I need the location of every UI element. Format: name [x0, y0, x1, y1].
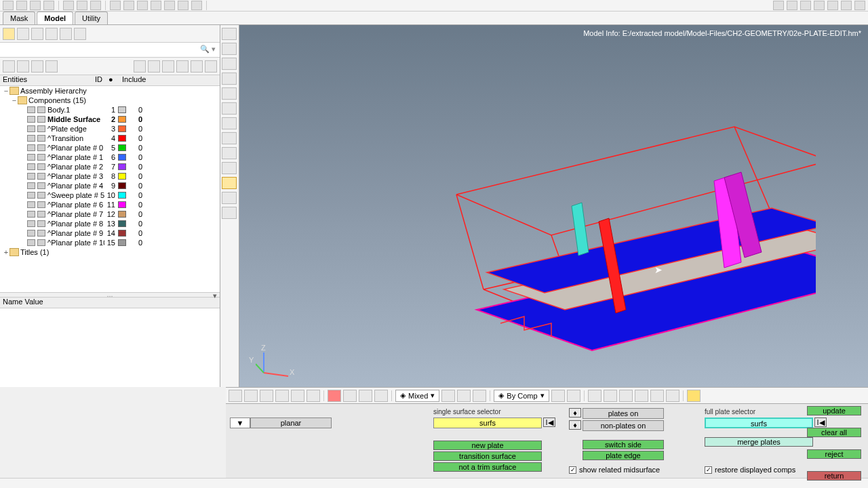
eye-icon[interactable] — [205, 60, 217, 73]
color-combo[interactable]: ◈By Comp▾ — [494, 390, 549, 402]
full-selector-surfs[interactable]: surfs — [705, 418, 813, 428]
tree-row-component[interactable]: Body.110 — [0, 105, 220, 115]
reject-button[interactable]: reject — [807, 449, 861, 459]
view-icon[interactable] — [567, 390, 580, 402]
clear-all-button[interactable]: clear all — [807, 428, 861, 437]
tree-row-component[interactable]: ^Transition40 — [0, 134, 220, 143]
single-selector-surfs[interactable]: surfs — [433, 418, 542, 428]
tree-row-components[interactable]: − Components (15) — [0, 96, 220, 105]
color-swatch[interactable] — [118, 106, 126, 113]
nonplates-on-button[interactable]: non-plates on — [583, 420, 664, 431]
tool-icon[interactable] — [827, 1, 838, 10]
viewport-3d[interactable]: Model Info: E:/extracted model/Model-Fil… — [239, 25, 868, 387]
view-icon[interactable] — [650, 390, 664, 402]
color-swatch[interactable] — [118, 154, 126, 161]
vtool-icon[interactable] — [222, 192, 237, 204]
spinner-icon[interactable]: ♦ — [569, 420, 581, 430]
view-icon[interactable] — [343, 390, 357, 402]
tree-row-component[interactable]: ^Planar plate # 8130 — [0, 219, 220, 228]
mode-planar[interactable]: planar — [250, 418, 332, 428]
color-swatch[interactable] — [118, 230, 126, 237]
view-icon[interactable] — [604, 390, 617, 402]
view-icon[interactable] — [441, 390, 455, 402]
tree-row-component[interactable]: ^Planar plate # 6110 — [0, 200, 220, 209]
transition-button[interactable]: transition surface — [433, 451, 542, 461]
splitter[interactable]: ▾ — [0, 292, 220, 298]
tree-row-component[interactable]: ^Planar plate # 9140 — [0, 228, 220, 238]
tool-icon[interactable] — [31, 60, 43, 73]
tree-row-component[interactable]: Middle Surface20 — [0, 115, 220, 124]
tool-icon[interactable] — [800, 1, 811, 10]
tool-icon[interactable] — [151, 1, 161, 10]
tab-utility[interactable]: Utility — [75, 12, 108, 24]
tool-icon[interactable] — [63, 1, 74, 10]
delete-icon[interactable] — [328, 390, 341, 402]
view-icon[interactable] — [635, 390, 648, 402]
color-swatch[interactable] — [118, 201, 126, 208]
tool-icon[interactable] — [854, 1, 865, 10]
entity-tree[interactable]: − Assembly Hierarchy − Components (15) B… — [0, 86, 220, 292]
view-icon[interactable] — [260, 390, 273, 402]
tool-icon[interactable] — [77, 1, 87, 10]
tool-icon[interactable] — [814, 1, 825, 10]
search-input[interactable] — [0, 43, 220, 58]
tool-icon[interactable] — [31, 28, 43, 40]
view-icon[interactable] — [374, 390, 388, 402]
view-icon[interactable] — [275, 390, 289, 402]
shading-combo[interactable]: ◈Mixed▾ — [395, 390, 439, 402]
tree-row-component[interactable]: ^Planar plate # 050 — [0, 143, 220, 152]
spinner-icon[interactable]: ♦ — [569, 408, 581, 418]
view-icon[interactable] — [551, 390, 565, 402]
tree-row-component[interactable]: ^Sweep plate # 5100 — [0, 190, 220, 200]
tool-icon[interactable] — [137, 1, 148, 10]
tool-icon[interactable] — [787, 1, 797, 10]
tool-icon[interactable] — [74, 28, 86, 40]
view-icon[interactable] — [291, 390, 304, 402]
tree-row-component[interactable]: ^Planar plate # 10150 — [0, 238, 220, 247]
color-swatch[interactable] — [118, 220, 126, 227]
vtool-icon[interactable] — [222, 58, 237, 70]
color-swatch[interactable] — [118, 192, 126, 199]
tool-icon[interactable] — [178, 1, 189, 10]
color-swatch[interactable] — [118, 239, 126, 246]
view-icon[interactable] — [619, 390, 633, 402]
tool-icon[interactable] — [45, 28, 58, 40]
color-swatch[interactable] — [118, 163, 126, 170]
tree-row-component[interactable]: ^Planar plate # 380 — [0, 171, 220, 181]
tab-mask[interactable]: Mask — [3, 12, 35, 24]
col-color[interactable]: ● — [108, 75, 122, 85]
cursor-icon[interactable] — [162, 60, 174, 73]
vtool-icon[interactable] — [222, 87, 237, 100]
eye-icon[interactable] — [191, 60, 203, 73]
tool-icon[interactable] — [191, 1, 202, 10]
show-midsurf-checkbox[interactable]: ✓ — [569, 466, 576, 474]
tree-row-component[interactable]: ^Planar plate # 270 — [0, 162, 220, 171]
tool-icon[interactable] — [17, 28, 29, 40]
new-plate-button[interactable]: new plate — [433, 441, 542, 450]
tool-icon[interactable] — [60, 28, 72, 40]
show-icon[interactable] — [176, 60, 189, 73]
tree-row-component[interactable]: ^Planar plate # 7120 — [0, 209, 220, 219]
tree-row-component[interactable]: ^Plate edge30 — [0, 124, 220, 134]
tool-icon[interactable] — [16, 1, 27, 10]
vtool-icon[interactable] — [222, 28, 237, 40]
color-swatch[interactable] — [118, 116, 126, 123]
view-icon[interactable] — [244, 390, 258, 402]
tool-icon[interactable] — [3, 1, 14, 10]
switch-side-button[interactable]: switch side — [583, 440, 664, 449]
display-icon[interactable] — [134, 60, 146, 73]
view-icon[interactable] — [307, 390, 320, 402]
vtool-icon[interactable] — [222, 177, 237, 189]
tool-icon[interactable] — [164, 1, 175, 10]
mode-dropdown[interactable]: ▼ — [230, 418, 250, 428]
tab-model[interactable]: Model — [37, 12, 73, 24]
return-button[interactable]: return — [807, 471, 861, 481]
tool-icon[interactable] — [773, 1, 784, 10]
color-swatch[interactable] — [118, 173, 126, 180]
color-swatch[interactable] — [118, 144, 126, 151]
vtool-icon[interactable] — [222, 43, 237, 55]
not-trim-button[interactable]: not a trim surface — [433, 462, 542, 472]
tool-icon[interactable] — [110, 1, 121, 10]
tool-icon[interactable] — [30, 1, 41, 10]
tool-icon[interactable] — [45, 60, 58, 73]
